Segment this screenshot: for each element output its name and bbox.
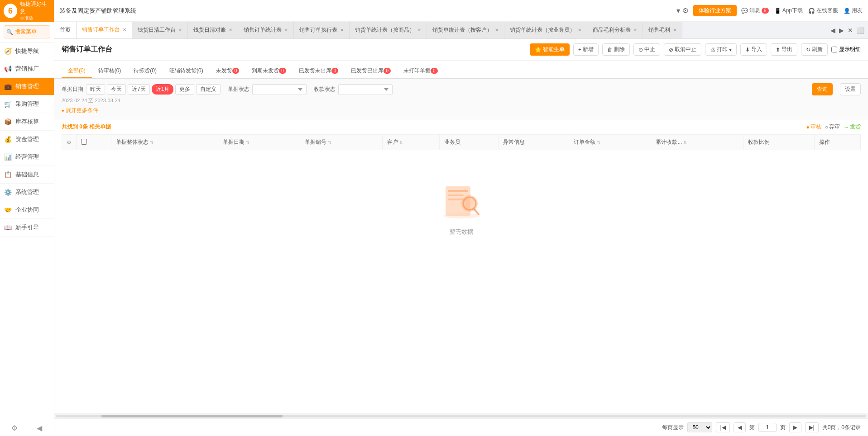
collapse-button[interactable]: ◀ xyxy=(29,424,51,432)
sub-tab-1[interactable]: 待审核(0) xyxy=(92,64,128,78)
expand-btn[interactable]: ▾ 展开更多条件 xyxy=(62,107,861,114)
first-page-btn[interactable]: |◀ xyxy=(716,422,729,432)
date-quick-btn-1[interactable]: 今天 xyxy=(107,84,126,95)
tab-close-all[interactable]: ✕ xyxy=(848,27,853,34)
status-select[interactable] xyxy=(252,84,307,95)
tab-item-5[interactable]: 销售订单执行表✕ xyxy=(294,22,350,39)
review-btn[interactable]: ● 审核 xyxy=(806,123,821,131)
sidebar-item-5[interactable]: 💰资金管理 xyxy=(0,131,54,148)
industry-btn[interactable]: 体验行业方案 xyxy=(693,5,737,16)
tab-close-5[interactable]: ✕ xyxy=(340,28,344,33)
sidebar-search[interactable]: 🔍 搜索菜单 xyxy=(0,22,54,43)
next-page-btn[interactable]: ▶ xyxy=(789,422,801,432)
sidebar-item-1[interactable]: 📢营销推广 xyxy=(0,60,54,78)
tab-item-10[interactable]: 销售毛利✕ xyxy=(643,22,682,39)
search-menu-button[interactable]: 🔍 搜索菜单 xyxy=(4,25,50,38)
tab-item-6[interactable]: 销货单统计表（按商品）✕ xyxy=(350,22,427,39)
tab-item-3[interactable]: 钱货日清对账✕ xyxy=(188,22,238,39)
refresh-btn[interactable]: ↻ 刷新 xyxy=(801,43,828,56)
th-amount[interactable]: 订单金额⇅ xyxy=(569,135,651,150)
tab-item-9[interactable]: 商品毛利分析表✕ xyxy=(587,22,643,39)
tab-item-2[interactable]: 钱货日清工作台✕ xyxy=(132,22,188,39)
th-cumulative[interactable]: 累计收款...⇅ xyxy=(651,135,743,150)
app-download-btn[interactable]: 📱 App下载 xyxy=(774,7,803,14)
sidebar-item-0[interactable]: 🧭快捷导航 xyxy=(0,43,54,60)
sidebar-item-3[interactable]: 🛒采购管理 xyxy=(0,95,54,113)
tab-item-0[interactable]: 首页 xyxy=(54,22,77,39)
settings-button[interactable]: ⚙ xyxy=(4,424,25,432)
settings-filter-btn[interactable]: 设置 xyxy=(840,83,861,95)
tab-close-3[interactable]: ✕ xyxy=(229,28,232,33)
tab-maximize[interactable]: ⬜ xyxy=(857,27,864,34)
th-exception[interactable]: 异常信息 xyxy=(498,135,569,150)
sidebar-item-2[interactable]: 💼销售管理 xyxy=(0,78,54,95)
date-quick-btn-3[interactable]: 近1月 xyxy=(152,84,174,95)
sidebar-item-8[interactable]: ⚙️系统管理 xyxy=(0,184,54,201)
sidebar-item-9[interactable]: 🤝企业协同 xyxy=(0,201,54,219)
show-detail-checkbox[interactable] xyxy=(831,47,837,52)
date-quick-btn-2[interactable]: 近7天 xyxy=(128,84,150,95)
tab-close-10[interactable]: ✕ xyxy=(673,28,676,33)
payment-select[interactable] xyxy=(338,84,393,95)
th-operation[interactable]: 操作 xyxy=(814,135,860,150)
sub-tab-5[interactable]: 到期未发货0 xyxy=(245,64,293,78)
date-quick-btn-0[interactable]: 昨天 xyxy=(86,84,105,95)
system-dropdown[interactable]: ▾ ⚙ xyxy=(676,6,688,15)
sub-tab-4[interactable]: 未发货0 xyxy=(210,64,246,78)
scrollbar-thumb[interactable] xyxy=(101,415,283,417)
tab-item-1[interactable]: 销售订单工作台✕ xyxy=(77,22,132,39)
show-detail-label[interactable]: 显示明细 xyxy=(831,46,861,53)
bottom-scrollbar[interactable] xyxy=(54,413,868,418)
smart-create-btn[interactable]: ⭐ 智能生单 xyxy=(530,43,570,56)
last-page-btn[interactable]: ▶| xyxy=(805,422,819,432)
sub-tab-3[interactable]: 旺铺待发货(0) xyxy=(163,64,210,78)
tab-close-7[interactable]: ✕ xyxy=(495,28,499,33)
sub-tab-8[interactable]: 未打印单据0 xyxy=(397,64,444,78)
th-customer[interactable]: 客户⇅ xyxy=(382,135,440,150)
prev-page-btn[interactable]: ◀ xyxy=(734,422,746,432)
stop-btn[interactable]: ⊙ 中止 xyxy=(633,43,660,56)
sub-tab-7[interactable]: 已发货已出库0 xyxy=(345,64,397,78)
date-quick-btn-5[interactable]: 自定义 xyxy=(196,84,221,95)
sidebar-item-7[interactable]: 📋基础信息 xyxy=(0,166,54,184)
cancel-stop-btn[interactable]: ⊘ 取消中止 xyxy=(664,43,701,56)
select-all-checkbox[interactable] xyxy=(81,139,87,145)
tab-close-6[interactable]: ✕ xyxy=(417,28,421,33)
sub-tab-0[interactable]: 全部(0) xyxy=(62,64,92,78)
tab-item-4[interactable]: 销售订单统计表✕ xyxy=(238,22,294,39)
tab-close-2[interactable]: ✕ xyxy=(178,28,182,33)
sub-tab-2[interactable]: 待拣货(0) xyxy=(127,64,163,78)
per-page-select[interactable]: 50 100 xyxy=(687,422,712,432)
user-btn[interactable]: 👤 用友 xyxy=(844,7,863,14)
page-input[interactable]: 1 xyxy=(758,423,777,432)
sidebar-item-6[interactable]: 📊经营管理 xyxy=(0,148,54,166)
tab-close-1[interactable]: ✕ xyxy=(123,27,126,32)
tab-close-8[interactable]: ✕ xyxy=(578,28,581,33)
tab-item-7[interactable]: 销货单统计表（按客户）✕ xyxy=(427,22,504,39)
th-date[interactable]: 单据日期⇅ xyxy=(218,135,300,150)
add-btn[interactable]: + 新增 xyxy=(573,43,599,56)
tab-scroll-right[interactable]: ▶ xyxy=(839,27,844,34)
tab-close-4[interactable]: ✕ xyxy=(284,28,288,33)
th-number[interactable]: 单据编号⇅ xyxy=(300,135,382,150)
online-service-btn[interactable]: 🎧 在线客服 xyxy=(808,7,838,14)
sidebar-item-4[interactable]: 📦库存核算 xyxy=(0,113,54,131)
th-salesman[interactable]: 业务员 xyxy=(440,135,498,150)
th-payment-ratio[interactable]: 收款比例 xyxy=(743,135,814,150)
cancel-review-btn[interactable]: ○ 弃审 xyxy=(825,123,840,131)
query-btn[interactable]: 查询 xyxy=(812,83,833,95)
sidebar-item-10[interactable]: 📖新手引导 xyxy=(0,219,54,237)
dispatch-btn[interactable]: → 发货 xyxy=(844,123,861,131)
tab-close-9[interactable]: ✕ xyxy=(633,28,637,33)
tab-item-8[interactable]: 销货单统计表（按业务员）✕ xyxy=(504,22,587,39)
print-btn[interactable]: 🖨 打印 ▾ xyxy=(705,43,737,56)
sub-tab-6[interactable]: 已发货未出库0 xyxy=(293,64,345,78)
date-quick-btn-4[interactable]: 更多 xyxy=(175,84,194,95)
import-btn[interactable]: ⬇ 导入 xyxy=(740,43,767,56)
message-btn[interactable]: 💬 消息 6 xyxy=(741,7,769,14)
tab-scroll-left[interactable]: ◀ xyxy=(830,27,835,34)
column-settings-icon[interactable]: ⚙ xyxy=(67,139,72,146)
export-btn[interactable]: ⬆ 导出 xyxy=(771,43,797,56)
th-status[interactable]: 单据整体状态⇅ xyxy=(111,135,218,150)
delete-btn[interactable]: 🗑 删除 xyxy=(602,43,630,56)
